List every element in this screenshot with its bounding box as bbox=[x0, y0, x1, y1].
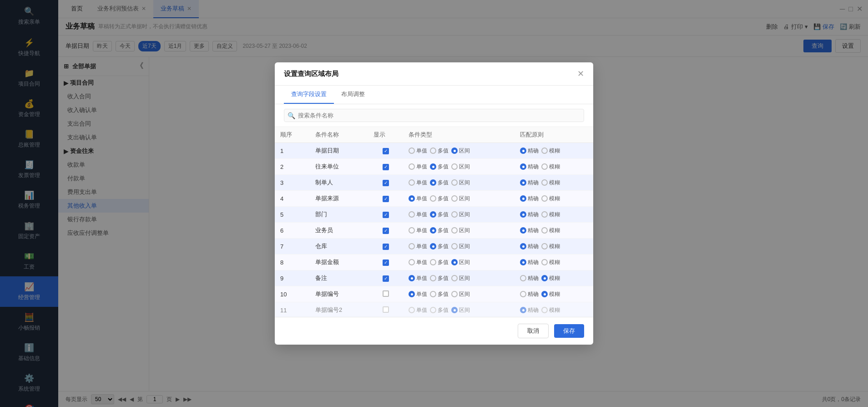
row-condition-name: 单据来源 bbox=[310, 191, 368, 207]
row-condition-type: 单值多值区间 bbox=[403, 286, 515, 302]
modal-tab-layout[interactable]: 布局调整 bbox=[334, 86, 372, 104]
save-modal-button[interactable]: 保存 bbox=[554, 324, 584, 338]
row-show-checkbox[interactable] bbox=[368, 302, 403, 317]
search-wrap: 🔍 bbox=[284, 109, 584, 122]
cancel-button[interactable]: 取消 bbox=[518, 324, 549, 338]
row-condition-type: 单值多值区间 bbox=[403, 302, 515, 317]
row-condition-name: 制单人 bbox=[310, 175, 368, 191]
row-match-principle: 精确模糊 bbox=[515, 270, 593, 286]
row-condition-type: 单值多值区间 bbox=[403, 239, 515, 254]
row-condition-name: 业务员 bbox=[310, 223, 368, 239]
col-header-order: 顺序 bbox=[275, 127, 310, 143]
modal-tab-query-fields[interactable]: 查询字段设置 bbox=[284, 86, 334, 104]
row-index: 2 bbox=[275, 159, 310, 175]
modal-header: 设置查询区域布局 ✕ bbox=[275, 62, 593, 86]
row-show-checkbox[interactable]: ✓ bbox=[368, 207, 403, 223]
row-condition-type: 单值多值区间 bbox=[403, 191, 515, 207]
row-index: 9 bbox=[275, 270, 310, 286]
col-header-show: 显示 bbox=[368, 127, 403, 143]
row-match-principle: 精确模糊 bbox=[515, 302, 593, 317]
row-index: 4 bbox=[275, 191, 310, 207]
row-match-principle: 精确模糊 bbox=[515, 223, 593, 239]
row-show-checkbox[interactable]: ✓ bbox=[368, 254, 403, 270]
search-icon: 🔍 bbox=[288, 112, 295, 119]
row-condition-type: 单值多值区间 bbox=[403, 159, 515, 175]
row-show-checkbox[interactable]: ✓ bbox=[368, 143, 403, 159]
modal-footer: 取消 保存 bbox=[275, 317, 593, 345]
row-condition-type: 单值多值区间 bbox=[403, 270, 515, 286]
row-show-checkbox[interactable]: ✓ bbox=[368, 159, 403, 175]
modal-title: 设置查询区域布局 bbox=[284, 70, 338, 78]
row-match-principle: 精确模糊 bbox=[515, 159, 593, 175]
row-show-checkbox[interactable]: ✓ bbox=[368, 270, 403, 286]
row-show-checkbox[interactable]: ✓ bbox=[368, 191, 403, 207]
row-match-principle: 精确模糊 bbox=[515, 239, 593, 254]
row-match-principle: 精确模糊 bbox=[515, 254, 593, 270]
row-index: 3 bbox=[275, 175, 310, 191]
row-index: 5 bbox=[275, 207, 310, 223]
row-condition-name: 单据编号2 bbox=[310, 302, 368, 317]
row-condition-name: 备注 bbox=[310, 270, 368, 286]
row-match-principle: 精确模糊 bbox=[515, 191, 593, 207]
modal-overlay: 设置查询区域布局 ✕ 查询字段设置 布局调整 🔍 顺序 bbox=[0, 0, 868, 407]
conditions-table: 顺序 条件名称 显示 条件类型 匹配原则 1单据日期✓单值多值区间精确模糊2往来… bbox=[275, 127, 593, 317]
row-index: 7 bbox=[275, 239, 310, 254]
modal-close-button[interactable]: ✕ bbox=[577, 69, 584, 79]
col-header-name: 条件名称 bbox=[310, 127, 368, 143]
row-condition-name: 往来单位 bbox=[310, 159, 368, 175]
col-header-type: 条件类型 bbox=[403, 127, 515, 143]
modal-body: 顺序 条件名称 显示 条件类型 匹配原则 1单据日期✓单值多值区间精确模糊2往来… bbox=[275, 127, 593, 317]
row-show-checkbox[interactable]: ✓ bbox=[368, 239, 403, 254]
row-show-checkbox[interactable] bbox=[368, 286, 403, 302]
row-condition-name: 单据编号 bbox=[310, 286, 368, 302]
row-index: 10 bbox=[275, 286, 310, 302]
row-match-principle: 精确模糊 bbox=[515, 143, 593, 159]
row-condition-type: 单值多值区间 bbox=[403, 207, 515, 223]
modal-search-input[interactable] bbox=[284, 109, 584, 122]
modal-tabs: 查询字段设置 布局调整 bbox=[275, 86, 593, 104]
row-show-checkbox[interactable]: ✓ bbox=[368, 175, 403, 191]
modal-dialog: 设置查询区域布局 ✕ 查询字段设置 布局调整 🔍 顺序 bbox=[275, 62, 593, 345]
row-index: 1 bbox=[275, 143, 310, 159]
row-condition-name: 单据金额 bbox=[310, 254, 368, 270]
row-index: 8 bbox=[275, 254, 310, 270]
row-condition-type: 单值多值区间 bbox=[403, 254, 515, 270]
col-header-match: 匹配原则 bbox=[515, 127, 593, 143]
row-condition-type: 单值多值区间 bbox=[403, 143, 515, 159]
modal-search-area: 🔍 bbox=[275, 104, 593, 127]
row-match-principle: 精确模糊 bbox=[515, 175, 593, 191]
row-show-checkbox[interactable]: ✓ bbox=[368, 223, 403, 239]
row-match-principle: 精确模糊 bbox=[515, 286, 593, 302]
row-condition-type: 单值多值区间 bbox=[403, 175, 515, 191]
row-index: 6 bbox=[275, 223, 310, 239]
row-index: 11 bbox=[275, 302, 310, 317]
row-condition-name: 单据日期 bbox=[310, 143, 368, 159]
row-match-principle: 精确模糊 bbox=[515, 207, 593, 223]
row-condition-type: 单值多值区间 bbox=[403, 223, 515, 239]
row-condition-name: 仓库 bbox=[310, 239, 368, 254]
row-condition-name: 部门 bbox=[310, 207, 368, 223]
